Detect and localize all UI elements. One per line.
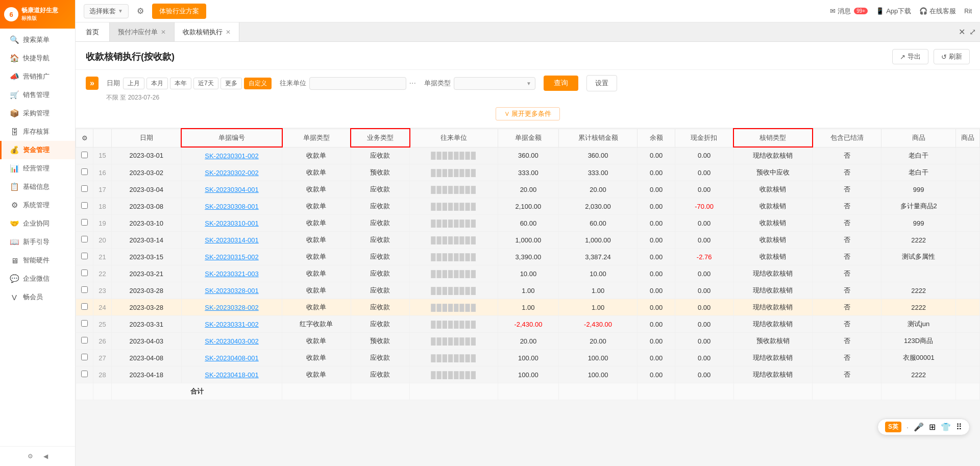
voucher-link[interactable]: SK-20230304-001 bbox=[205, 186, 259, 193]
cell-goods: 2222 bbox=[881, 232, 956, 249]
cell-cash-discount: 0.00 bbox=[675, 333, 733, 350]
tab-prepay[interactable]: 预付冲应付单 ✕ bbox=[110, 22, 175, 41]
date-custom-btn[interactable]: 自定义 bbox=[244, 78, 272, 89]
tab-collection[interactable]: 收款核销执行 ✕ bbox=[175, 22, 239, 41]
tab-close-all-icon[interactable]: ✕ bbox=[959, 27, 965, 37]
refresh-button[interactable]: ↺ 刷新 bbox=[934, 49, 970, 64]
sidebar-item-hardware[interactable]: 🖥智能硬件 bbox=[0, 251, 75, 269]
col-cancel-type-header: 核销类型 bbox=[733, 129, 813, 147]
cell-checkbox[interactable] bbox=[76, 198, 93, 215]
voucher-link[interactable]: SK-20230302-002 bbox=[205, 169, 259, 177]
cell-voucher-type: 收款单 bbox=[282, 249, 351, 265]
cell-checkbox[interactable] bbox=[76, 181, 93, 198]
voucher-link[interactable]: SK-20230331-002 bbox=[205, 321, 259, 328]
sidebar-item-search[interactable]: 🔍搜索菜单 bbox=[0, 31, 75, 49]
voucher-link[interactable]: SK-20230315-002 bbox=[205, 253, 259, 261]
cell-checkbox[interactable] bbox=[76, 215, 93, 232]
filter-toggle-button[interactable]: » bbox=[86, 77, 99, 90]
cell-partner: ████████ bbox=[410, 147, 498, 164]
table-row: 26 2023-04-03 SK-20230403-002 收款单 预收款 ██… bbox=[76, 333, 980, 350]
cell-checkbox[interactable] bbox=[76, 249, 93, 265]
tab-home[interactable]: 首页 bbox=[76, 22, 110, 41]
shirt-icon[interactable]: 👕 bbox=[941, 422, 951, 432]
sidebar-item-basic[interactable]: 📋基础信息 bbox=[0, 178, 75, 196]
header-gear-icon[interactable]: ⚙ bbox=[135, 4, 146, 18]
voucher-link[interactable]: SK-20230328-001 bbox=[205, 287, 259, 295]
sidebar-item-operation[interactable]: 📊经营管理 bbox=[0, 159, 75, 178]
voucher-type-select[interactable]: 收款单 红字收款单 bbox=[454, 77, 535, 90]
cell-partner: ████████ bbox=[410, 299, 498, 316]
voucher-link[interactable]: SK-20230418-001 bbox=[205, 371, 259, 379]
cell-checkbox[interactable] bbox=[76, 316, 93, 333]
sidebar-item-inventory[interactable]: 🗄库存核算 bbox=[0, 122, 75, 141]
sidebar-item-wechat[interactable]: 💬企业微信 bbox=[0, 269, 75, 288]
cell-cancel-type: 收款核销 bbox=[733, 181, 813, 198]
cell-checkbox[interactable] bbox=[76, 350, 93, 366]
settings-icon[interactable]: ⚙ bbox=[82, 134, 88, 142]
table-row: 25 2023-03-31 SK-20230331-002 红字收款单 应收款 … bbox=[76, 316, 980, 333]
sidebar-item-sales[interactable]: 🛒销售管理 bbox=[0, 86, 75, 104]
export-button[interactable]: ↗ 导出 bbox=[892, 49, 928, 64]
cell-checkbox[interactable] bbox=[76, 265, 93, 282]
cell-cancel-type: 现结收款核销 bbox=[733, 316, 813, 333]
voucher-link[interactable]: SK-20230403-002 bbox=[205, 337, 259, 345]
date-this-year-btn[interactable]: 本年 bbox=[170, 78, 191, 89]
export-icon: ↗ bbox=[900, 53, 905, 61]
message-button[interactable]: ✉ 消息 99+ bbox=[830, 7, 868, 16]
account-selector[interactable]: 选择账套 ▼ bbox=[84, 4, 129, 18]
sidebar-item-guide[interactable]: 📖新手引导 bbox=[0, 233, 75, 251]
sidebar-item-vip[interactable]: V畅会员 bbox=[0, 288, 75, 306]
sidebar-item-system[interactable]: ⚙系统管理 bbox=[0, 196, 75, 214]
partner-input[interactable] bbox=[309, 77, 406, 90]
voucher-link[interactable]: SK-20230314-001 bbox=[205, 236, 259, 244]
cell-no: 27 bbox=[93, 350, 112, 366]
cell-checkbox[interactable] bbox=[76, 333, 93, 350]
apps-icon[interactable]: ⠿ bbox=[956, 422, 962, 432]
cell-checkbox[interactable] bbox=[76, 147, 93, 164]
sidebar-item-finance[interactable]: 💰资金管理 bbox=[0, 141, 75, 159]
filter-expand-btn[interactable]: ∨ 展开更多条件 bbox=[86, 105, 970, 122]
settings-button[interactable]: 设置 bbox=[586, 75, 617, 91]
mic-icon[interactable]: 🎤 bbox=[914, 422, 924, 432]
voucher-link[interactable]: SK-20230310-001 bbox=[205, 219, 259, 227]
grid-icon[interactable]: ⊞ bbox=[929, 422, 936, 432]
date-last-month-btn[interactable]: 上月 bbox=[123, 78, 144, 89]
date-7days-btn[interactable]: 近7天 bbox=[193, 78, 218, 89]
cell-checkbox[interactable] bbox=[76, 282, 93, 299]
voucher-type-label: 单据类型 bbox=[424, 79, 451, 88]
sidebar-item-quick[interactable]: 🏠快捷导航 bbox=[0, 49, 75, 67]
sidebar-item-marketing[interactable]: 📣营销推广 bbox=[0, 67, 75, 86]
col-goods2-header: 商品 bbox=[956, 129, 980, 147]
cell-checkbox[interactable] bbox=[76, 366, 93, 383]
voucher-link[interactable]: SK-20230408-001 bbox=[205, 354, 259, 362]
cell-no: 28 bbox=[93, 366, 112, 383]
query-button[interactable]: 查询 bbox=[544, 76, 578, 91]
sidebar-collapse-btn[interactable]: ◀ bbox=[39, 451, 52, 462]
sidebar-item-corp[interactable]: 🤝企业协同 bbox=[0, 214, 75, 233]
service-button[interactable]: 🎧 在线客服 bbox=[919, 7, 956, 16]
cell-checkbox[interactable] bbox=[76, 299, 93, 316]
tab-collection-close-icon[interactable]: ✕ bbox=[226, 29, 231, 36]
cell-date: 2023-03-21 bbox=[112, 265, 182, 282]
sidebar-item-purchase[interactable]: 📦采购管理 bbox=[0, 104, 75, 122]
app-download-button[interactable]: 📱 App下载 bbox=[876, 7, 911, 16]
voucher-link[interactable]: SK-20230301-002 bbox=[205, 152, 259, 160]
cell-voucher-no: SK-20230308-001 bbox=[181, 198, 282, 215]
cell-checkbox[interactable] bbox=[76, 232, 93, 249]
date-more-btn[interactable]: 更多 bbox=[220, 78, 242, 89]
voucher-link[interactable]: SK-20230321-003 bbox=[205, 270, 259, 278]
sidebar-settings-btn[interactable]: ⚙ bbox=[23, 451, 37, 462]
tab-prepay-close-icon[interactable]: ✕ bbox=[161, 29, 166, 36]
solution-button[interactable]: 体验行业方案 bbox=[152, 4, 206, 19]
cell-biz-type: 应收款 bbox=[351, 249, 410, 265]
tab-expand-icon[interactable]: ⤢ bbox=[969, 27, 976, 37]
date-this-month-btn[interactable]: 本月 bbox=[146, 78, 168, 89]
more-options-icon[interactable]: ··· bbox=[409, 79, 416, 88]
voucher-link[interactable]: SK-20230308-001 bbox=[205, 203, 259, 210]
corp-icon: 🤝 bbox=[10, 219, 19, 228]
voucher-link[interactable]: SK-20230328-002 bbox=[205, 304, 259, 311]
user-name[interactable]: Rit bbox=[964, 8, 972, 15]
cell-checkbox[interactable] bbox=[76, 164, 93, 181]
cell-voucher-no: SK-20230408-001 bbox=[181, 350, 282, 366]
cell-goods: 老白干 bbox=[881, 164, 956, 181]
